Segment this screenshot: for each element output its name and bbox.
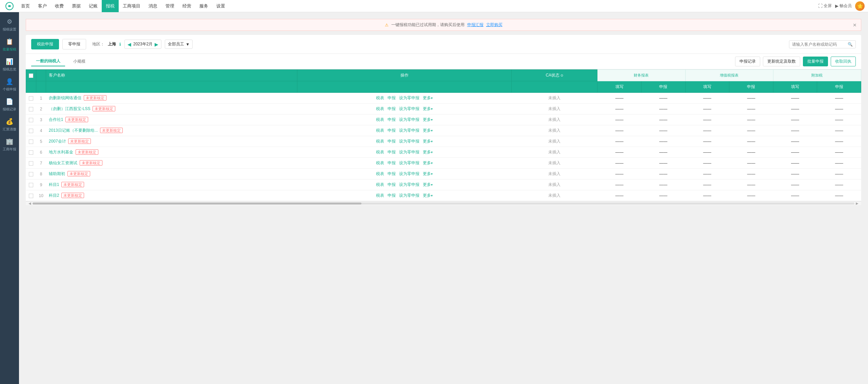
- search-input[interactable]: [792, 42, 846, 47]
- row-cb-3[interactable]: [29, 129, 33, 133]
- sidebar-item-settlement[interactable]: 💰 汇算清缴: [0, 115, 19, 135]
- row-cb-4[interactable]: [29, 140, 33, 144]
- op-tax-0[interactable]: 税表: [376, 95, 384, 100]
- customer-name-link-6[interactable]: 杨仙女工资测试: [49, 161, 77, 165]
- fullscreen-btn[interactable]: ⛶ 全屏: [818, 3, 832, 9]
- op-tax-7[interactable]: 税表: [376, 171, 384, 176]
- sidebar-item-tax-record[interactable]: 📄 报税记录: [0, 95, 19, 115]
- row-cb-2[interactable]: [29, 118, 33, 122]
- nav-customer[interactable]: 客户: [34, 0, 51, 12]
- row-cb-0[interactable]: [29, 96, 33, 101]
- op-zero-7[interactable]: 设为零申报: [399, 171, 419, 176]
- op-tax-4[interactable]: 税表: [376, 139, 384, 144]
- nav-manage[interactable]: 管理: [161, 0, 178, 12]
- nav-invoice[interactable]: 票据: [68, 0, 85, 12]
- sub-tab-small[interactable]: 小规模: [68, 57, 90, 66]
- tab-tax-apply[interactable]: 税款申报: [31, 39, 59, 49]
- banner-close-btn[interactable]: ✕: [853, 22, 857, 28]
- tab-zero-apply[interactable]: 零申报: [62, 39, 86, 49]
- user-avatar[interactable]: 🌟: [855, 1, 865, 11]
- row-checkbox-4[interactable]: [26, 136, 36, 147]
- row-checkbox-0[interactable]: [26, 93, 36, 104]
- customer-name-link-1[interactable]: （勿删）江西股宝-LSS: [49, 106, 91, 111]
- row-checkbox-1[interactable]: [26, 104, 36, 114]
- op-apply-0[interactable]: 申报: [388, 95, 396, 100]
- op-apply-8[interactable]: 申报: [388, 182, 396, 187]
- op-more-0[interactable]: 更多▾: [423, 95, 433, 100]
- row-checkbox-5[interactable]: [26, 147, 36, 158]
- op-zero-1[interactable]: 设为零申报: [399, 106, 419, 111]
- sub-tab-general[interactable]: 一般的纳税人: [31, 57, 65, 66]
- op-zero-2[interactable]: 设为零申报: [399, 117, 419, 122]
- op-tax-1[interactable]: 税表: [376, 106, 384, 111]
- op-more-5[interactable]: 更多▾: [423, 150, 433, 154]
- row-cb-1[interactable]: [29, 107, 33, 111]
- op-apply-4[interactable]: 申报: [388, 139, 396, 144]
- customer-name-link-3[interactable]: 2013日记账（不要删除给...: [49, 128, 98, 133]
- row-checkbox-7[interactable]: [26, 169, 36, 179]
- nav-biz[interactable]: 工商项目: [119, 0, 144, 12]
- op-tax-9[interactable]: 税表: [376, 193, 384, 198]
- op-tax-3[interactable]: 税表: [376, 128, 384, 133]
- op-zero-3[interactable]: 设为零申报: [399, 128, 419, 133]
- customer-name-link-4[interactable]: 2007会计: [49, 139, 66, 144]
- sidebar-item-personal-tax[interactable]: 👤 个税申报: [0, 75, 19, 95]
- row-cb-6[interactable]: [29, 161, 33, 166]
- row-cb-8[interactable]: [29, 183, 33, 187]
- op-more-4[interactable]: 更多▾: [423, 139, 433, 144]
- collect-btn[interactable]: 收取回执: [831, 57, 856, 66]
- nav-message[interactable]: 消息: [144, 0, 161, 12]
- scroll-right-btn[interactable]: ▶: [854, 201, 860, 205]
- op-more-9[interactable]: 更多▾: [423, 193, 433, 198]
- op-apply-2[interactable]: 申报: [388, 117, 396, 122]
- customer-name-link-5[interactable]: 地方水利基金: [49, 150, 73, 154]
- op-zero-4[interactable]: 设为零申报: [399, 139, 419, 144]
- upgrade-btn[interactable]: ▶ 畅会员: [835, 3, 852, 9]
- sidebar-item-tax-settings[interactable]: ⚙ 报税设置: [0, 15, 19, 35]
- region-info-icon[interactable]: ℹ: [119, 42, 121, 47]
- date-next-btn[interactable]: ▶: [155, 42, 158, 47]
- sidebar-item-tax-overview[interactable]: 📊 报税总览: [0, 55, 19, 75]
- select-all-checkbox[interactable]: [29, 73, 33, 78]
- op-apply-5[interactable]: 申报: [388, 150, 396, 154]
- op-more-6[interactable]: 更多▾: [423, 161, 433, 165]
- nav-settings[interactable]: 设置: [212, 0, 229, 12]
- customer-name-link-0[interactable]: 勿删新锐网络通信: [49, 95, 81, 100]
- sidebar-item-batch-tax[interactable]: 📋 批量报税: [0, 35, 19, 55]
- op-tax-8[interactable]: 税表: [376, 182, 384, 187]
- scroll-thumb[interactable]: [33, 202, 361, 205]
- row-cb-7[interactable]: [29, 172, 33, 176]
- row-checkbox-8[interactable]: [26, 179, 36, 190]
- row-cb-5[interactable]: [29, 150, 33, 155]
- horizontal-scrollbar[interactable]: ◀ ▶: [26, 201, 861, 205]
- scroll-track[interactable]: [33, 202, 854, 205]
- op-more-7[interactable]: 更多▾: [423, 171, 433, 176]
- row-checkbox-9[interactable]: [26, 190, 36, 201]
- app-logo[interactable]: [3, 0, 16, 12]
- nav-home[interactable]: 首页: [17, 0, 34, 12]
- staff-selector[interactable]: 全部员工 ▼: [165, 40, 193, 49]
- op-tax-2[interactable]: 税表: [376, 117, 384, 122]
- nav-service[interactable]: 服务: [195, 0, 212, 12]
- sidebar-item-annual-report[interactable]: 🏢 工商年报: [0, 135, 19, 155]
- op-tax-5[interactable]: 税表: [376, 150, 384, 154]
- op-zero-0[interactable]: 设为零申报: [399, 95, 419, 100]
- op-apply-3[interactable]: 申报: [388, 128, 396, 133]
- op-zero-5[interactable]: 设为零申报: [399, 150, 419, 154]
- customer-name-link-7[interactable]: 辅助期初: [49, 171, 65, 176]
- op-apply-6[interactable]: 申报: [388, 161, 396, 165]
- row-checkbox-6[interactable]: [26, 158, 36, 169]
- date-prev-btn[interactable]: ◀: [127, 42, 131, 47]
- op-apply-7[interactable]: 申报: [388, 171, 396, 176]
- op-more-8[interactable]: 更多▾: [423, 182, 433, 187]
- search-icon[interactable]: 🔍: [848, 42, 853, 47]
- row-checkbox-2[interactable]: [26, 114, 36, 125]
- customer-name-link-9[interactable]: 科目2: [49, 193, 59, 198]
- op-zero-9[interactable]: 设为零申报: [399, 193, 419, 198]
- nav-tax[interactable]: 报税: [102, 0, 119, 12]
- customer-name-link-8[interactable]: 科目1: [49, 182, 59, 187]
- row-checkbox-3[interactable]: [26, 125, 36, 136]
- op-more-3[interactable]: 更多▾: [423, 128, 433, 133]
- customer-name-link-2[interactable]: 合作社1: [49, 117, 63, 122]
- update-btn[interactable]: 更新统定及取数: [763, 57, 800, 66]
